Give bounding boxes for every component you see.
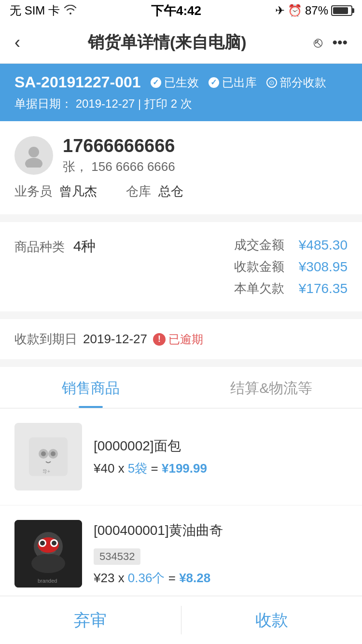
- tab-settlement-label: 结算&物流等: [230, 380, 312, 396]
- customer-details: 业务员 曾凡杰 仓库 总仓: [14, 183, 348, 200]
- type-label: 商品种类: [14, 239, 65, 254]
- nav-bar: ‹ 销货单详情(来自电脑) ⎋ •••: [0, 21, 362, 64]
- customer-top: 17666666666 张， 156 6666 6666: [14, 136, 348, 175]
- customer-sub: 张， 156 6666 6666: [63, 158, 175, 175]
- status-left: 无 SIM 卡: [10, 3, 77, 18]
- warehouse-label: 仓库: [126, 184, 151, 198]
- confirm-label: 收款: [255, 609, 288, 631]
- tab-products[interactable]: 销售商品: [0, 367, 181, 408]
- deal-value: ¥485.30: [299, 238, 348, 253]
- product-total-2: ¥8.28: [179, 571, 210, 585]
- type-value: 4种: [73, 238, 96, 254]
- product-info-2: [000400001]黄油曲奇 534532 ¥23 x 0.36个 = ¥8.…: [94, 521, 348, 587]
- overdue-text: 已逾期: [168, 332, 203, 347]
- avatar: [14, 136, 53, 175]
- product-total-1: ¥199.99: [162, 461, 207, 476]
- battery-icon: [331, 5, 352, 16]
- carrier-text: 无 SIM 卡: [10, 3, 60, 18]
- alarm-icon: ⏰: [288, 4, 302, 17]
- cancel-label: 弃审: [74, 609, 107, 631]
- back-button[interactable]: ‹: [14, 32, 20, 53]
- order-meta-date-label: 单据日期：: [14, 97, 72, 110]
- tab-settlement[interactable]: 结算&物流等: [181, 367, 362, 408]
- warehouse-item: 仓库 总仓: [126, 183, 183, 200]
- salesperson-value: 曾凡杰: [59, 184, 97, 198]
- svg-text:branded: branded: [38, 578, 57, 584]
- product-name-2: [000400001]黄油曲奇: [94, 521, 348, 540]
- order-header-top: SA-20191227-001 ✓ 已生效 ✓ 已出库 ⊙ 部分收款: [14, 73, 348, 91]
- product-qty-2: 0.36个: [128, 571, 165, 585]
- order-header: SA-20191227-001 ✓ 已生效 ✓ 已出库 ⊙ 部分收款 单据日期：…: [0, 64, 362, 121]
- confirm-button[interactable]: 收款: [181, 596, 362, 644]
- svg-point-5: [41, 451, 46, 456]
- tab-products-label: 销售商品: [62, 380, 120, 396]
- status-right: ✈︎ ⏰ 87%: [275, 4, 352, 17]
- product-item: 导+ [0000002]面包 ¥40 x 5袋 = ¥199.99: [0, 408, 362, 505]
- product-item-2: branded [000400001]黄油曲奇 534532 ¥23 x 0.3…: [0, 505, 362, 602]
- wifi-icon: [64, 4, 77, 17]
- check-icon-2: ✓: [209, 77, 219, 88]
- due-label: 收款到期日: [14, 331, 77, 348]
- more-icon[interactable]: •••: [332, 34, 348, 51]
- svg-point-15: [52, 541, 56, 546]
- order-meta-print: | 打印 2 次: [138, 97, 192, 110]
- overdue-badge: ! 已逾期: [153, 332, 203, 347]
- receipt-label: 收款金额: [234, 258, 284, 275]
- cancel-button[interactable]: 弃审: [0, 596, 181, 644]
- order-id: SA-20191227-001: [14, 73, 141, 91]
- receipt-row: 收款金额 ¥308.95: [234, 258, 348, 275]
- product-price-row-1: ¥40 x 5袋 = ¥199.99: [94, 460, 348, 477]
- debt-value: ¥176.35: [299, 281, 348, 296]
- product-name-1: [0000002]面包: [94, 437, 348, 455]
- product-qty-1: 5袋: [128, 461, 147, 476]
- svg-point-0: [28, 147, 39, 157]
- overdue-icon: !: [153, 333, 166, 346]
- receipt-value: ¥308.95: [299, 259, 348, 275]
- summary-section: 商品种类 4种 成交金额 ¥485.30 收款金额 ¥308.95 本单欠款 ¥…: [0, 222, 362, 311]
- product-image-1: 导+: [14, 423, 82, 490]
- svg-point-10: [31, 554, 65, 573]
- product-info-1: [0000002]面包 ¥40 x 5袋 = ¥199.99: [94, 437, 348, 477]
- products-section: 导+ [0000002]面包 ¥40 x 5袋 = ¥199.99: [0, 408, 362, 602]
- debt-row: 本单欠款 ¥176.35: [234, 280, 348, 297]
- product-multiply-1: x: [118, 461, 128, 476]
- product-eq-2: =: [168, 571, 179, 585]
- product-code-1: [0000002]: [94, 438, 154, 453]
- share-icon[interactable]: ⎋: [314, 34, 322, 51]
- product-multiply-2: x: [118, 571, 128, 585]
- summary-right: 成交金额 ¥485.30 收款金额 ¥308.95 本单欠款 ¥176.35: [234, 237, 348, 297]
- due-section: 收款到期日 2019-12-27 ! 已逾期: [0, 319, 362, 359]
- battery-percent: 87%: [305, 4, 328, 17]
- nav-left: ‹: [14, 32, 20, 53]
- product-image-2: branded: [14, 520, 82, 588]
- product-title-1: 面包: [154, 438, 181, 453]
- bottom-bar: 弃审 收款: [0, 596, 362, 644]
- svg-point-6: [51, 451, 56, 456]
- product-price-row-2: ¥23 x 0.36个 = ¥8.28: [94, 570, 348, 587]
- badge-shipped-label: 已出库: [222, 75, 257, 90]
- check-icon-1: ✓: [151, 77, 161, 88]
- customer-info: 17666666666 张， 156 6666 6666: [63, 136, 175, 175]
- status-bar: 无 SIM 卡 下午4:42 ✈︎ ⏰ 87%: [0, 0, 362, 21]
- warehouse-value: 总仓: [158, 184, 183, 198]
- product-title-2: 黄油曲奇: [169, 523, 223, 538]
- due-date-value: 2019-12-27: [83, 332, 147, 347]
- customer-alt-phone: 156 6666 6666: [91, 159, 175, 174]
- product-badge-2: 534532: [94, 548, 140, 565]
- customer-name-text: 张，: [63, 159, 88, 174]
- clock-icon: ⊙: [266, 77, 277, 88]
- svg-point-1: [25, 158, 42, 168]
- badge-partial-label: 部分收款: [280, 75, 326, 90]
- badge-shipped: ✓ 已出库: [209, 75, 257, 90]
- product-price-1: ¥40: [94, 461, 114, 476]
- product-eq-1: =: [151, 461, 162, 476]
- tabs-section: 销售商品 结算&物流等: [0, 367, 362, 408]
- deal-row: 成交金额 ¥485.30: [234, 237, 348, 253]
- debt-label: 本单欠款: [234, 280, 284, 297]
- location-icon: ✈︎: [275, 4, 285, 17]
- product-code-2: [000400001]: [94, 523, 169, 538]
- order-meta-date: 2019-12-27: [76, 97, 135, 110]
- order-meta: 单据日期： 2019-12-27 | 打印 2 次: [14, 96, 348, 112]
- badge-partial: ⊙ 部分收款: [266, 75, 326, 90]
- badge-effective-label: 已生效: [164, 75, 199, 90]
